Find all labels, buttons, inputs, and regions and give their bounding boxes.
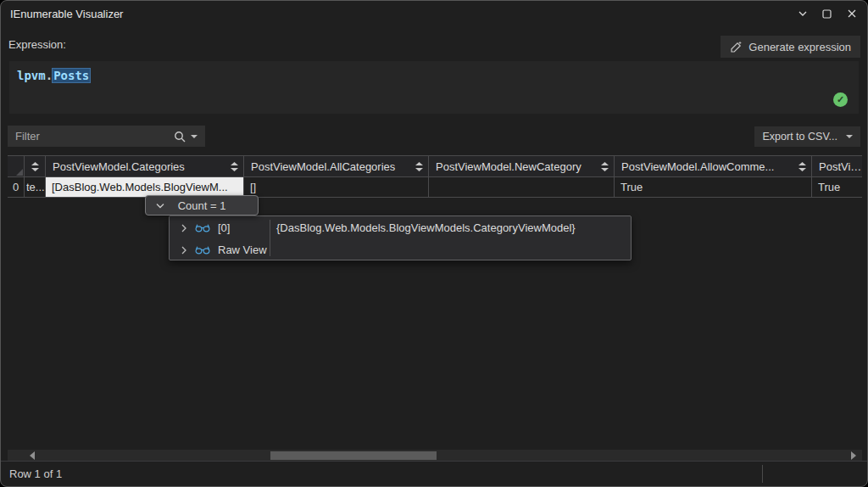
window-title: IEnumerable Visualizer [10,8,123,20]
filter-placeholder: Filter [15,130,174,143]
chevron-right-icon[interactable] [181,224,187,232]
maximize-icon [822,9,832,19]
expression-valid-check-icon: ✓ [833,92,848,107]
grid-corner-cell[interactable] [8,156,25,176]
close-icon [847,8,857,19]
column-header-row-handle[interactable] [25,156,46,176]
row-header-cell[interactable]: 0 [8,177,25,197]
code-token-object: lpvm [17,69,46,82]
datatip-panel: [0] {DasBlog.Web.Models.BlogViewModels.C… [169,216,632,260]
scroll-right-icon[interactable] [851,451,856,460]
ienumerable-visualizer-window: IEnumerable Visualizer Expression: [0,0,868,487]
cell-truncated[interactable]: te... [25,177,46,197]
minimize-button[interactable] [790,1,815,26]
export-to-csv-button[interactable]: Export to CSV... [754,126,860,147]
expression-code: lpvm.Posts [17,69,90,82]
sort-icon[interactable] [798,162,806,171]
search-icon[interactable] [174,131,186,143]
chevron-down-icon [155,203,165,210]
export-label: Export to CSV... [754,131,844,143]
sort-icon[interactable] [601,162,609,171]
expression-editor[interactable]: lpvm.Posts ✓ [9,61,859,114]
sort-icon[interactable] [415,162,423,171]
datatip-count-pill[interactable]: Count = 1 [145,195,259,216]
generate-expression-label: Generate expression [748,41,851,53]
column-header-partial[interactable]: PostView [812,156,862,176]
code-token-member-selected: Posts [53,69,90,82]
cell-categories-selected[interactable]: [DasBlog.Web.Models.BlogViewM... [46,177,244,197]
filter-options-caret-icon[interactable] [191,135,198,138]
scrollbar-thumb[interactable] [270,451,437,460]
close-button[interactable] [839,1,864,26]
code-token-dot: . [46,69,53,82]
statusbar: Row 1 of 1 [1,461,867,486]
sort-icon[interactable] [231,162,238,171]
scroll-left-icon[interactable] [30,451,35,460]
filter-input[interactable]: Filter [8,126,205,147]
generate-expression-button[interactable]: Generate expression [721,36,860,58]
wand-icon [730,41,743,53]
visualizer-glasses-icon[interactable] [195,245,210,255]
column-header-newcategory[interactable]: PostViewModel.NewCategory [429,156,615,176]
cell-allcategories[interactable]: [] [244,177,429,197]
chevron-down-icon [798,8,808,19]
column-header-categories[interactable]: PostViewModel.Categories [46,156,244,176]
datatip-item-name: Raw View [218,244,267,256]
column-header-allcategories[interactable]: PostViewModel.AllCategories [244,156,429,176]
cell-partial[interactable]: True [812,177,862,197]
statusbar-divider [762,465,763,483]
row-count-status: Row 1 of 1 [9,467,62,480]
titlebar: IEnumerable Visualizer [1,1,867,26]
datatip-item-name: [0] [218,221,230,234]
cell-allowcomments[interactable]: True [615,177,812,197]
maximize-button[interactable] [815,1,839,26]
visualizer-glasses-icon[interactable] [195,223,210,232]
sort-icon[interactable] [31,162,39,171]
datatip-item-value: {DasBlog.Web.Models.BlogViewModels.Categ… [276,221,576,234]
datatip-count-label: Count = 1 [178,199,226,212]
grid-header-row: PostViewModel.Categories PostViewModel.A… [8,155,862,177]
horizontal-scrollbar[interactable] [8,450,862,462]
window-controls [790,1,864,26]
table-row: 0 te... [DasBlog.Web.Models.BlogViewM...… [8,177,862,198]
chevron-right-icon[interactable] [181,246,187,255]
select-all-triangle-icon [16,169,23,176]
data-grid: PostViewModel.Categories PostViewModel.A… [8,155,862,198]
datatip-item-raw-view[interactable]: Raw View [170,238,631,260]
column-header-allowcomments[interactable]: PostViewModel.AllowComme... [615,156,812,176]
datatip-item-0[interactable]: [0] {DasBlog.Web.Models.BlogViewModels.C… [170,216,631,238]
expression-label: Expression: [8,38,66,51]
export-caret-icon[interactable] [846,135,853,138]
cell-newcategory[interactable] [429,177,615,197]
